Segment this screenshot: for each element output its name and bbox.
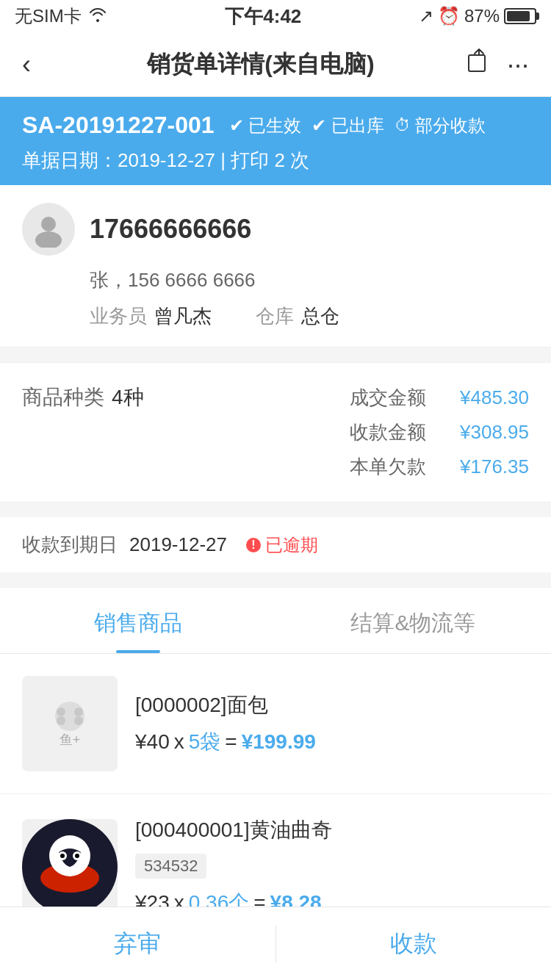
product-thumbnail: 鱼+ xyxy=(22,676,118,771)
badge-partial: ⏱ 部分收款 xyxy=(395,114,486,137)
transaction-amount: ¥485.30 xyxy=(441,386,529,409)
summary-left: 商品种类 4种 xyxy=(22,381,144,414)
salesperson-label: 业务员 xyxy=(90,303,147,329)
svg-point-4 xyxy=(57,707,65,716)
confirm-button[interactable]: 收款 xyxy=(276,907,552,980)
badge-effective: ✔ 已生效 xyxy=(229,114,302,137)
tabs-row: 销售商品 结算&物流等 xyxy=(0,588,551,654)
product-list: 鱼+ [0000002]面包 ¥40 x 5袋 = ¥199.99 xyxy=(0,654,551,940)
overdue-text: 已逾期 xyxy=(265,533,318,557)
salesperson-item: 业务员 曾凡杰 xyxy=(90,303,212,329)
category-count: 4种 xyxy=(112,383,144,411)
transaction-row: 成交金额 ¥485.30 xyxy=(350,381,529,415)
warehouse-item: 仓库 总仓 xyxy=(256,303,339,329)
warehouse-label: 仓库 xyxy=(256,303,294,329)
svg-point-2 xyxy=(35,231,62,248)
transaction-label: 成交金额 xyxy=(350,385,426,411)
svg-rect-0 xyxy=(469,55,485,71)
svg-point-1 xyxy=(41,217,56,231)
category-item: 商品种类 4种 xyxy=(22,381,144,414)
badges: ✔ 已生效 ✔ 已出库 ⏱ 部分收款 xyxy=(229,114,486,137)
tabs-section: 销售商品 结算&物流等 xyxy=(0,587,551,654)
received-amount: ¥308.95 xyxy=(441,421,529,444)
product-info: [0000002]面包 ¥40 x 5袋 = ¥199.99 xyxy=(135,691,529,756)
summary-row: 商品种类 4种 成交金额 ¥485.30 收款金额 ¥308.95 本单欠款 ¥… xyxy=(22,381,529,484)
price-qty: 5袋 xyxy=(189,728,221,756)
owed-amount: ¥176.35 xyxy=(441,455,529,478)
product-info: [000400001]黄油曲奇 534532 ¥23 x 0.36个 = ¥8.… xyxy=(135,816,529,917)
order-id: SA-20191227-001 xyxy=(22,112,215,139)
product-name: [000400001]黄油曲奇 xyxy=(135,816,529,844)
more-button[interactable]: ··· xyxy=(507,49,529,80)
owed-row: 本单欠款 ¥176.35 xyxy=(350,450,529,484)
list-item: 鱼+ [0000002]面包 ¥40 x 5袋 = ¥199.99 xyxy=(0,654,551,794)
warehouse-value: 总仓 xyxy=(301,303,339,329)
summary-right: 成交金额 ¥485.30 收款金额 ¥308.95 本单欠款 ¥176.35 xyxy=(350,381,529,484)
overdue-date: 2019-12-27 xyxy=(129,533,227,556)
wifi-icon xyxy=(87,6,108,26)
overdue-warning-icon: ! xyxy=(246,538,261,552)
product-price: ¥40 x 5袋 = ¥199.99 xyxy=(135,728,529,756)
battery-percent: 87% xyxy=(464,6,500,26)
svg-point-15 xyxy=(75,854,79,858)
product-thumbnail xyxy=(22,819,118,915)
status-time: 下午4:42 xyxy=(225,4,301,29)
svg-point-3 xyxy=(55,702,84,731)
owed-label: 本单欠款 xyxy=(350,454,426,480)
carrier-text: 无SIM卡 xyxy=(15,4,82,28)
customer-section: 17666666666 张，156 6666 6666 业务员 曾凡杰 仓库 总… xyxy=(0,185,551,347)
avatar xyxy=(22,203,75,256)
category-label: 商品种类 xyxy=(22,383,104,411)
salesperson-value: 曾凡杰 xyxy=(154,303,212,329)
svg-point-14 xyxy=(60,854,65,858)
back-button[interactable]: ‹ xyxy=(22,49,66,80)
cancel-button[interactable]: 弃审 xyxy=(0,907,276,980)
alarm-icon: ⏰ xyxy=(438,6,460,26)
received-label: 收款金额 xyxy=(350,419,426,445)
svg-point-5 xyxy=(74,707,83,716)
tab-settlement[interactable]: 结算&物流等 xyxy=(276,588,551,653)
product-name: [0000002]面包 xyxy=(135,691,529,719)
thumb-placeholder: 鱼+ xyxy=(22,676,118,771)
price-base: ¥40 xyxy=(135,730,170,754)
header-banner: SA-20191227-001 ✔ 已生效 ✔ 已出库 ⏱ 部分收款 单据日期：… xyxy=(0,97,551,185)
svg-point-6 xyxy=(57,716,65,725)
battery-icon xyxy=(504,8,536,24)
customer-name-info: 张，156 6666 6666 xyxy=(22,267,529,293)
status-left: 无SIM卡 xyxy=(15,4,108,28)
status-right: ↗ ⏰ 87% xyxy=(419,6,536,26)
banner-date-row: 单据日期：2019-12-27 | 打印 2 次 xyxy=(22,148,529,173)
banner-row1: SA-20191227-001 ✔ 已生效 ✔ 已出库 ⏱ 部分收款 xyxy=(22,112,529,139)
location-icon: ↗ xyxy=(419,6,433,26)
overdue-badge: ! 已逾期 xyxy=(246,533,318,557)
price-total: ¥199.99 xyxy=(242,730,316,754)
svg-point-7 xyxy=(74,716,83,725)
tab-products[interactable]: 销售商品 xyxy=(0,588,276,653)
badge-shipped: ✔ 已出库 xyxy=(311,114,384,137)
customer-phone: 17666666666 xyxy=(90,214,251,245)
overdue-section: 收款到期日 2019-12-27 ! 已逾期 xyxy=(0,517,551,572)
svg-text:鱼+: 鱼+ xyxy=(60,732,81,747)
received-row: 收款金额 ¥308.95 xyxy=(350,415,529,450)
customer-meta: 业务员 曾凡杰 仓库 总仓 xyxy=(22,303,529,329)
page-title: 销货单详情(来自电脑) xyxy=(66,48,455,81)
clock-icon: ⏱ xyxy=(395,116,411,135)
customer-row: 17666666666 xyxy=(22,203,529,256)
overdue-label: 收款到期日 xyxy=(22,532,118,558)
summary-section: 商品种类 4种 成交金额 ¥485.30 收款金额 ¥308.95 本单欠款 ¥… xyxy=(0,362,551,502)
nav-actions: ··· xyxy=(455,48,529,81)
nav-bar: ‹ 销货单详情(来自电脑) ··· xyxy=(0,32,551,97)
status-bar: 无SIM卡 下午4:42 ↗ ⏰ 87% xyxy=(0,0,551,32)
bottom-bar: 弃审 收款 xyxy=(0,907,551,980)
share-button[interactable] xyxy=(466,48,492,81)
product-sku: 534532 xyxy=(135,854,206,879)
